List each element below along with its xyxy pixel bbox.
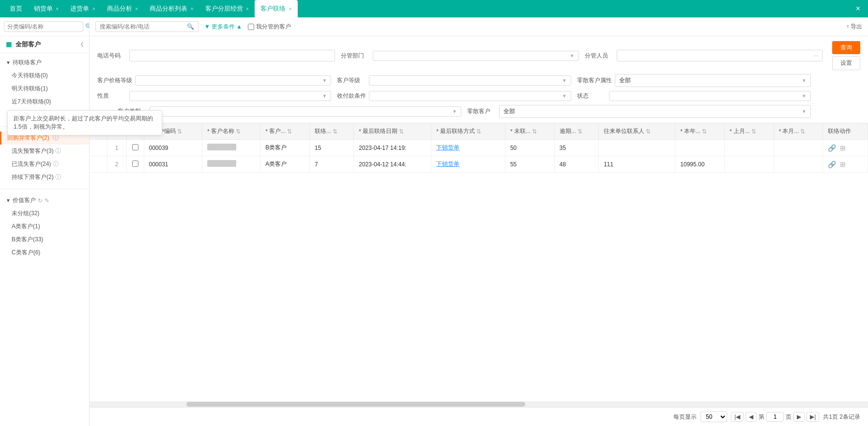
close-analysis-list-tab[interactable]: × bbox=[190, 6, 193, 12]
export-button[interactable]: ↑ 导出 bbox=[846, 23, 862, 31]
arrow-down-icon2: ▼ bbox=[6, 198, 11, 203]
my-customers-check[interactable] bbox=[248, 24, 254, 30]
sort-icon9[interactable]: ⇅ bbox=[646, 128, 651, 135]
row2-checkbox[interactable] bbox=[126, 156, 144, 173]
sidebar-item-today[interactable]: 今天待联络(0) bbox=[0, 69, 89, 82]
filter-cell-phone: 电话号码 bbox=[97, 50, 335, 61]
edit-icon[interactable]: ✎ bbox=[45, 197, 49, 204]
more-conditions-button[interactable]: ▼ 更多条件 ▲ bbox=[202, 23, 244, 31]
sort-icon11[interactable]: ⇅ bbox=[751, 128, 756, 135]
retail-customer-select[interactable]: 全部 ▼ bbox=[499, 105, 811, 118]
row1-check[interactable] bbox=[132, 144, 138, 150]
customer-grade-select[interactable]: ▼ bbox=[369, 75, 571, 86]
sidebar-item-tomorrow[interactable]: 明天待联络(1) bbox=[0, 82, 89, 95]
sort-icon5[interactable]: ⇅ bbox=[399, 128, 404, 135]
window-close-button[interactable]: × bbox=[852, 4, 864, 13]
row1-checkbox[interactable] bbox=[126, 140, 144, 156]
close-purchase-tab[interactable]: × bbox=[92, 6, 95, 12]
sidebar-all-customers[interactable]: ▦ 全部客户 《 bbox=[0, 36, 89, 53]
sort-icon[interactable]: ⇅ bbox=[177, 128, 182, 135]
close-customer-contact-tab[interactable]: × bbox=[289, 6, 291, 12]
row2-link-icon[interactable]: 🔗 bbox=[828, 161, 836, 168]
next-page-button[interactable]: ▶ bbox=[793, 412, 805, 422]
row1-this-year bbox=[675, 140, 725, 156]
sidebar-item-c-class[interactable]: C类客户(6) bbox=[0, 246, 89, 259]
prev-page-button[interactable]: ◀ bbox=[746, 412, 757, 422]
query-button[interactable]: 查询 bbox=[832, 41, 860, 54]
nav-analysis[interactable]: 商品分析 × bbox=[101, 0, 144, 17]
row2-index: 2 bbox=[107, 156, 126, 173]
gender-select[interactable]: ▼ bbox=[129, 91, 331, 101]
row2-grid-icon[interactable]: ⊞ bbox=[840, 161, 846, 168]
sidebar-item-7days[interactable]: 近7天待联络(0) bbox=[0, 95, 89, 108]
row2-contact-method-link[interactable]: 下销货单 bbox=[436, 161, 459, 167]
close-analysis-tab[interactable]: × bbox=[135, 6, 138, 12]
close-sales-tab[interactable]: × bbox=[56, 6, 59, 12]
filter-bar: 🔍 ▼ 更多条件 ▲ 我分管的客户 ↑ 导出 bbox=[90, 17, 868, 36]
chevron-down-icon8: ▼ bbox=[452, 109, 457, 114]
refresh-icon[interactable]: ↻ bbox=[38, 197, 43, 204]
pagination-bar: 每页显示 50 100 200 |◀ ◀ 第 页 ▶ ▶| 共1页 2条记录 bbox=[90, 407, 868, 426]
sidebar-item-lost[interactable]: 已流失客户(24) ⓘ bbox=[0, 158, 89, 171]
nav-home[interactable]: 首页 bbox=[4, 0, 28, 17]
sort-icon8[interactable]: ⇅ bbox=[578, 128, 582, 135]
sidebar-item-b-class[interactable]: B类客户(33) bbox=[0, 233, 89, 246]
sidebar-search-icon[interactable]: 🔍 bbox=[85, 23, 90, 30]
sort-icon4[interactable]: ⇅ bbox=[333, 128, 337, 135]
sidebar-item-a-class[interactable]: A类客户(1) bbox=[0, 220, 89, 233]
sidebar-search-input[interactable] bbox=[4, 21, 83, 32]
sort-icon7[interactable]: ⇅ bbox=[532, 128, 537, 135]
retail-attr-select[interactable]: 全部 ▼ bbox=[615, 74, 811, 87]
person-select[interactable]: ··· bbox=[617, 50, 822, 61]
search-icon[interactable]: 🔍 bbox=[187, 23, 194, 30]
page-number-input[interactable] bbox=[766, 412, 784, 422]
sort-icon10[interactable]: ⇅ bbox=[702, 128, 707, 135]
sort-icon3[interactable]: ⇅ bbox=[287, 128, 292, 135]
horizontal-scrollbar[interactable] bbox=[90, 401, 868, 407]
nav-customer-contact[interactable]: 客户联络 × bbox=[255, 0, 297, 17]
nav-purchase[interactable]: 进货单 × bbox=[64, 0, 101, 17]
price-grade-select[interactable]: ▼ bbox=[135, 75, 331, 86]
dept-select[interactable]: ▼ bbox=[373, 51, 579, 61]
last-page-button[interactable]: ▶| bbox=[807, 412, 819, 422]
scrollbar-thumb[interactable] bbox=[186, 402, 525, 407]
last-month-column-header: * 上月... ⇅ bbox=[724, 123, 774, 140]
row2-this-year: 10995.00 bbox=[675, 156, 725, 173]
filter-row-2: 客户价格等级 ▼ 客户等级 ▼ 零散客户属性 全部 bbox=[97, 74, 860, 87]
sort-icon12[interactable]: ⇅ bbox=[800, 128, 805, 135]
sidebar-item-declining[interactable]: 持续下滑客户(2) ⓘ bbox=[0, 171, 89, 184]
table-row: 2 000031 A类客户 7 2023-04-12 14:44: 下销货单 bbox=[90, 156, 868, 173]
filter-action-buttons: 查询 设置 bbox=[832, 41, 860, 70]
settings-button[interactable]: 设置 bbox=[832, 56, 860, 70]
close-customer-segment-tab[interactable]: × bbox=[246, 6, 249, 12]
sort-icon6[interactable]: ⇅ bbox=[476, 128, 481, 135]
sidebar-group-pending-contact[interactable]: ▼ 待联络客户 bbox=[0, 56, 89, 69]
ellipsis-icon: ··· bbox=[813, 52, 818, 59]
my-customers-checkbox[interactable]: 我分管的客户 bbox=[248, 23, 291, 31]
sidebar-item-unclassified[interactable]: 未分组(32) bbox=[0, 207, 89, 220]
search-input[interactable] bbox=[100, 23, 187, 30]
row1-grid-icon[interactable]: ⊞ bbox=[840, 144, 846, 152]
row2-check[interactable] bbox=[132, 161, 138, 167]
sidebar-group-value-customers[interactable]: ▼ 价值客户 ↻ ✎ bbox=[0, 194, 89, 207]
phone-input[interactable] bbox=[129, 50, 335, 61]
filter-cell-status: 状态 ▼ bbox=[577, 91, 811, 101]
row1-index: 1 bbox=[107, 140, 126, 156]
last-contact-date-column-header: * 最后联络日期 ⇅ bbox=[354, 123, 431, 140]
row1-link-icon[interactable]: 🔗 bbox=[828, 144, 836, 152]
row1-contact-method-link[interactable]: 下销货单 bbox=[436, 144, 459, 151]
row2-actions: 🔗 ⊞ bbox=[823, 156, 868, 173]
nav-analysis-list[interactable]: 商品分析列表 × bbox=[144, 0, 199, 17]
page-size-select[interactable]: 50 100 200 bbox=[700, 411, 727, 422]
sidebar-item-loss-warning[interactable]: 流失预警客户(3) ⓘ bbox=[0, 145, 89, 158]
payment-select[interactable]: ▼ bbox=[369, 91, 571, 101]
status-select[interactable]: ▼ bbox=[609, 91, 811, 101]
nav-customer-segment[interactable]: 客户分层经营 × bbox=[199, 0, 255, 17]
nav-sales[interactable]: 销货单 × bbox=[28, 0, 64, 17]
first-page-button[interactable]: |◀ bbox=[731, 412, 744, 422]
table-container: ⚙ * 客户编码 ⇅ bbox=[90, 123, 868, 401]
grade-column-header: * 客户... ⇅ bbox=[260, 123, 310, 140]
sort-icon2[interactable]: ⇅ bbox=[236, 128, 241, 135]
collapse-icon[interactable]: 《 bbox=[78, 41, 83, 48]
customer-type-select[interactable]: ▼ bbox=[150, 106, 461, 117]
